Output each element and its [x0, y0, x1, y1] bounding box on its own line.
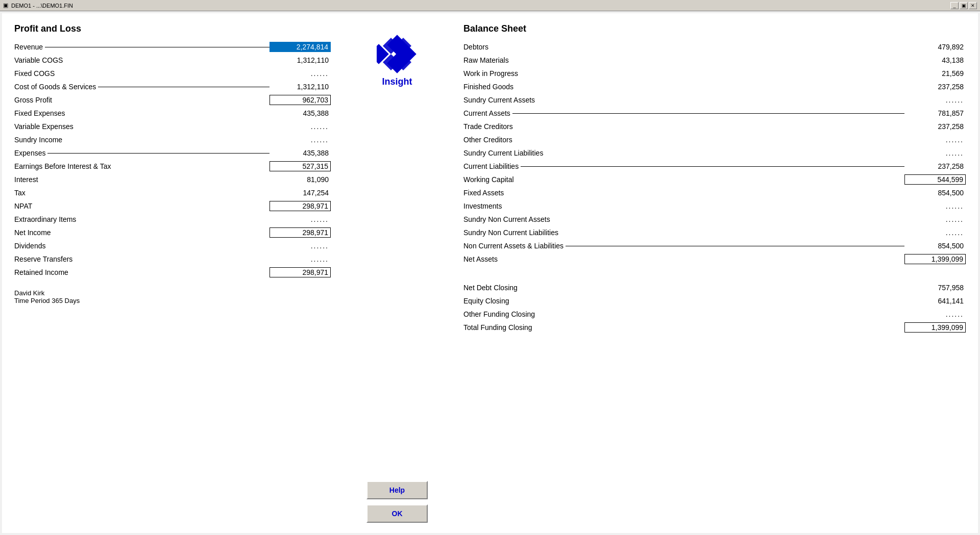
minimize-button[interactable]: _ [950, 2, 959, 9]
row-label: Total Funding Closing [463, 323, 532, 332]
restore-button[interactable]: ▣ [960, 2, 968, 9]
row-label: Sundry Non Current Liabilities [463, 228, 558, 237]
profit-loss-panel: Profit and Loss Revenue2,274,814Variable… [14, 23, 341, 523]
table-row: Non Current Assets & Liabilities854,500 [463, 239, 966, 252]
row-value: ...... [904, 228, 966, 237]
row-value: 757,958 [904, 284, 966, 292]
row-value: ...... [270, 255, 331, 263]
row-label: Raw Materials [463, 56, 509, 64]
table-row: Sundry Current Assets...... [463, 93, 966, 107]
table-row: Current Assets781,857 [463, 107, 966, 120]
table-row: NPAT298,971 [14, 199, 331, 213]
row-value: 544,599 [904, 174, 966, 185]
row-value: 527,315 [270, 161, 331, 171]
table-row: Variable COGS1,312,110 [14, 54, 331, 67]
table-row: Fixed Assets854,500 [463, 186, 966, 199]
table-row: Net Assets1,399,099 [463, 252, 966, 266]
table-row: Cost of Goods & Services1,312,110 [14, 80, 331, 93]
row-line [512, 113, 904, 114]
table-row: Raw Materials43,138 [463, 54, 966, 67]
row-label: Sundry Current Liabilities [463, 149, 543, 157]
table-row: Gross Profit962,703 [14, 93, 331, 107]
table-row: Interest81,090 [14, 173, 331, 186]
table-row: Net Debt Closing757,958 [463, 281, 966, 294]
window-title: DEMO1 - ...\DEMO1.FIN [11, 3, 73, 9]
table-row: Fixed COGS...... [14, 67, 331, 80]
row-value: 298,971 [270, 267, 331, 277]
row-label: Net Income [14, 228, 51, 237]
row-value: 237,258 [904, 83, 966, 91]
table-row: Sundry Non Current Assets...... [463, 213, 966, 226]
row-label: Revenue [14, 43, 43, 51]
row-label: Fixed COGS [14, 69, 55, 78]
row-line [566, 246, 904, 246]
table-row: Net Income298,971 [14, 226, 331, 239]
row-label: Earnings Before Interest & Tax [14, 162, 111, 170]
row-line [521, 166, 904, 167]
table-row: Variable Expenses...... [14, 120, 331, 133]
row-value: 147,254 [270, 189, 331, 197]
row-value: 43,138 [904, 56, 966, 64]
balance-sheet-panel: Balance Sheet Debtors479,892Raw Material… [453, 23, 966, 523]
row-label: Expenses [14, 149, 45, 157]
table-row: Work in Progress21,569 [463, 67, 966, 80]
row-value: ...... [270, 242, 331, 250]
table-row: Expenses435,388 [14, 146, 331, 160]
row-line [47, 153, 270, 154]
footer: David Kirk Time Period 365 Days [14, 279, 331, 304]
row-value: ...... [270, 215, 331, 223]
row-value: 1,399,099 [904, 254, 966, 264]
table-row: Current Liabilities237,258 [463, 160, 966, 173]
table-row: Tax147,254 [14, 186, 331, 199]
row-value: ...... [904, 202, 966, 210]
row-value: 435,388 [270, 149, 331, 157]
row-label: Current Liabilities [463, 162, 519, 170]
table-row: Total Funding Closing1,399,099 [463, 321, 966, 334]
table-row: Other Funding Closing...... [463, 308, 966, 321]
row-value: ...... [904, 96, 966, 104]
pnl-title: Profit and Loss [14, 23, 331, 34]
row-value: ...... [270, 136, 331, 144]
row-line [45, 47, 270, 47]
row-value: 781,857 [904, 109, 966, 117]
row-value: 1,399,099 [904, 322, 966, 333]
row-value: 854,500 [904, 189, 966, 197]
row-label: Net Assets [463, 255, 498, 263]
row-line [98, 87, 270, 87]
row-label: Finished Goods [463, 83, 513, 91]
row-label: Equity Closing [463, 297, 509, 305]
row-label: Net Debt Closing [463, 284, 518, 292]
row-label: Working Capital [463, 175, 514, 184]
row-value: 237,258 [904, 122, 966, 131]
close-button[interactable]: ✕ [969, 2, 977, 9]
table-row: Trade Creditors237,258 [463, 120, 966, 133]
row-label: Cost of Goods & Services [14, 83, 96, 91]
ok-button[interactable]: OK [366, 504, 428, 523]
row-value: 81,090 [270, 175, 331, 184]
row-label: Work in Progress [463, 69, 518, 78]
row-value: 479,892 [904, 43, 966, 51]
row-label: Extraordinary Items [14, 215, 76, 223]
row-label: Reserve Transfers [14, 255, 72, 263]
table-row: Reserve Transfers...... [14, 252, 331, 266]
row-label: Other Creditors [463, 136, 512, 144]
help-button[interactable]: Help [366, 481, 428, 499]
row-value: 298,971 [270, 201, 331, 211]
row-label: Other Funding Closing [463, 310, 535, 318]
table-row: Fixed Expenses435,388 [14, 107, 331, 120]
row-label: NPAT [14, 202, 32, 210]
row-value: 2,274,814 [270, 42, 331, 52]
row-label: Current Assets [463, 109, 510, 117]
insight-logo [377, 34, 418, 74]
table-row: Debtors479,892 [463, 40, 966, 54]
table-row: Finished Goods237,258 [463, 80, 966, 93]
row-label: Debtors [463, 43, 488, 51]
table-row: Sundry Current Liabilities...... [463, 146, 966, 160]
funding-rows: Net Debt Closing757,958Equity Closing641… [463, 281, 966, 334]
table-row: Other Creditors...... [463, 133, 966, 146]
table-row: Dividends...... [14, 239, 331, 252]
row-value: ...... [904, 215, 966, 223]
title-bar: ▣ DEMO1 - ...\DEMO1.FIN _ ▣ ✕ [0, 0, 980, 11]
row-label: Variable COGS [14, 56, 63, 64]
time-period: Time Period 365 Days [14, 297, 331, 304]
